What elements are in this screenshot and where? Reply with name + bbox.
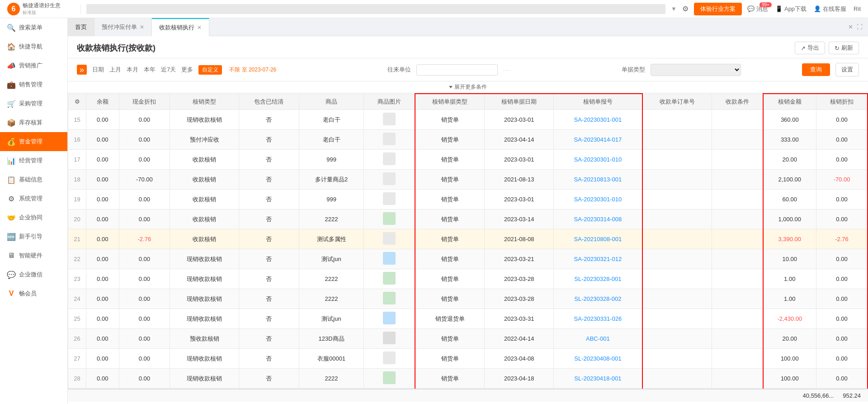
sidebar-item-finance[interactable]: 💰 资金管理 bbox=[0, 132, 67, 151]
receipt-order-no bbox=[642, 130, 712, 150]
app-download-item[interactable]: 📱 App下载 bbox=[775, 5, 807, 13]
page-title: 收款核销执行(按收款) bbox=[77, 43, 156, 53]
bill-no-link[interactable]: SA-20230314-008 bbox=[574, 216, 622, 223]
collection-tab-close[interactable]: ✕ bbox=[197, 24, 202, 31]
tab-collection[interactable]: 收款核销执行 ✕ bbox=[152, 18, 209, 36]
bill-no-link[interactable]: ABC-001 bbox=[586, 335, 610, 342]
writeoff-type: 预收款核销 bbox=[170, 329, 239, 349]
row-num: 21 bbox=[68, 229, 86, 249]
product: 999 bbox=[299, 190, 364, 209]
sidebar-item-operation[interactable]: 📊 经营管理 bbox=[0, 151, 67, 170]
product-image-cell bbox=[364, 229, 415, 249]
writeoff-type: 现销收款核销 bbox=[170, 309, 239, 329]
sidebar-item-wechat[interactable]: 💬 企业微信 bbox=[0, 265, 67, 284]
setting-btn[interactable]: 设置 bbox=[835, 63, 859, 76]
user-name: Rit bbox=[854, 5, 861, 12]
sidebar-item-marketing[interactable]: 📣 营销推广 bbox=[0, 56, 67, 75]
bill-no-link[interactable]: SA-20210813-001 bbox=[574, 176, 622, 183]
date-7days[interactable]: 近7天 bbox=[161, 66, 176, 74]
product-image-cell bbox=[364, 289, 415, 309]
bill-no-link[interactable]: SA-20210808-001 bbox=[574, 236, 622, 242]
sidebar-item-inventory[interactable]: 📦 库存核算 bbox=[0, 113, 67, 132]
sidebar-item-system[interactable]: ⚙ 系统管理 bbox=[0, 189, 67, 208]
sidebar-item-guide[interactable]: 🆕 新手引导 bbox=[0, 227, 67, 246]
th-settings[interactable]: ⚙ bbox=[68, 94, 86, 110]
query-btn[interactable]: 查询 bbox=[802, 63, 830, 76]
include-settled: 否 bbox=[239, 269, 299, 289]
company-name bbox=[86, 4, 665, 14]
tab-close-all[interactable]: ✕ bbox=[848, 24, 853, 30]
cash-discount: -70.00 bbox=[119, 170, 170, 190]
bill-no-link[interactable]: SA-20230301-001 bbox=[574, 116, 622, 123]
bill-no-link[interactable]: SA-20230321-012 bbox=[574, 256, 622, 262]
table-footer: 40,556,66... 952.24 bbox=[68, 389, 868, 402]
date-last-month[interactable]: 上月 bbox=[109, 66, 121, 74]
user-item[interactable]: Rit bbox=[854, 5, 861, 12]
sidebar-item-search[interactable]: 🔍 搜索菜单 bbox=[0, 18, 67, 37]
date-more[interactable]: 更多 bbox=[181, 66, 193, 74]
remainder: 0.00 bbox=[86, 190, 119, 209]
writeoff-bill-type: 销货单 bbox=[415, 190, 485, 209]
writeoff-bill-no: SA-20230321-012 bbox=[554, 249, 642, 269]
sidebar-item-sales[interactable]: 💼 销售管理 bbox=[0, 75, 67, 94]
receipt-type-select[interactable] bbox=[651, 64, 741, 76]
industry-btn[interactable]: 体验行业方案 bbox=[694, 3, 742, 15]
bill-no-link[interactable]: SA-20230414-017 bbox=[574, 136, 622, 143]
sidebar-item-basic[interactable]: 📋 基础信息 bbox=[0, 170, 67, 189]
receipt-condition bbox=[712, 329, 763, 349]
receipt-condition bbox=[712, 249, 763, 269]
cash-discount: 0.00 bbox=[119, 369, 170, 389]
row-num: 20 bbox=[68, 209, 86, 229]
receipt-condition bbox=[712, 110, 763, 130]
dropdown-icon[interactable]: ▼ bbox=[671, 5, 677, 12]
row-num: 26 bbox=[68, 329, 86, 349]
sidebar-item-member[interactable]: V 畅会员 bbox=[0, 284, 67, 303]
service-item[interactable]: 👤 在线客服 bbox=[814, 5, 846, 13]
bill-no-link[interactable]: SA-20230301-010 bbox=[574, 196, 622, 203]
refresh-btn[interactable]: ↻ 刷新 bbox=[829, 42, 859, 54]
bill-no-link[interactable]: SL-20230328-001 bbox=[574, 276, 621, 282]
settings-icon[interactable]: ⚙ bbox=[682, 5, 689, 13]
product-image-cell bbox=[364, 209, 415, 229]
sidebar-item-hardware[interactable]: 🖥 智能硬件 bbox=[0, 246, 67, 265]
date-this-month[interactable]: 本月 bbox=[127, 66, 138, 74]
receipt-condition bbox=[712, 209, 763, 229]
writeoff-discount: 0.00 bbox=[816, 150, 868, 170]
tab-maximize[interactable]: ⛶ bbox=[857, 24, 863, 30]
writeoff-amount: 20.00 bbox=[763, 329, 816, 349]
sidebar-item-purchase[interactable]: 🛒 采购管理 bbox=[0, 94, 67, 113]
total-discount-label: 952.24 bbox=[843, 392, 861, 399]
date-this-year[interactable]: 本年 bbox=[144, 66, 156, 74]
receipt-condition bbox=[712, 289, 763, 309]
message-item[interactable]: 💬 消息 99+ bbox=[747, 5, 768, 13]
receipt-order-no bbox=[642, 249, 712, 269]
export-btn[interactable]: ↗ 导出 bbox=[795, 42, 825, 54]
writeoff-bill-no: SA-20230414-017 bbox=[554, 130, 642, 150]
product: 测试jun bbox=[299, 249, 364, 269]
product: 老白干 bbox=[299, 130, 364, 150]
bill-no-link[interactable]: SL-20230328-002 bbox=[574, 295, 621, 302]
bill-no-link[interactable]: SA-20230331-026 bbox=[574, 315, 622, 322]
writeoff-amount: 1.00 bbox=[763, 269, 816, 289]
tab-prepay[interactable]: 预付冲应付单 ✕ bbox=[94, 18, 152, 36]
th-receipt-condition: 收款条件 bbox=[712, 94, 763, 110]
sidebar-item-collab[interactable]: 🤝 企业协同 bbox=[0, 208, 67, 227]
bill-no-link[interactable]: SL-20230418-001 bbox=[574, 375, 621, 382]
tab-home[interactable]: 首页 bbox=[68, 18, 94, 36]
finance-icon: 💰 bbox=[7, 138, 15, 146]
sidebar-item-quicknav[interactable]: 🏠 快捷导航 bbox=[0, 37, 67, 56]
table-row: 27 0.00 0.00 现销收款核销 否 衣服00001 销货单 2023-0… bbox=[68, 349, 868, 369]
prepay-tab-close[interactable]: ✕ bbox=[140, 24, 144, 30]
writeoff-bill-no: SA-20230301-010 bbox=[554, 150, 642, 170]
include-settled: 否 bbox=[239, 349, 299, 369]
cash-discount: 0.00 bbox=[119, 209, 170, 229]
date-custom[interactable]: 自定义 bbox=[198, 65, 222, 75]
receipt-condition bbox=[712, 269, 763, 289]
writeoff-amount: 1.00 bbox=[763, 289, 816, 309]
source-unit-input[interactable] bbox=[416, 64, 498, 76]
bill-no-link[interactable]: SA-20230301-010 bbox=[574, 156, 622, 163]
expand-label: 展开更多条件 bbox=[454, 83, 487, 91]
bill-no-link[interactable]: SL-20230408-001 bbox=[574, 355, 621, 362]
filter-expand-arrow[interactable]: » bbox=[77, 65, 87, 75]
expand-btn[interactable]: 展开更多条件 bbox=[449, 83, 487, 91]
